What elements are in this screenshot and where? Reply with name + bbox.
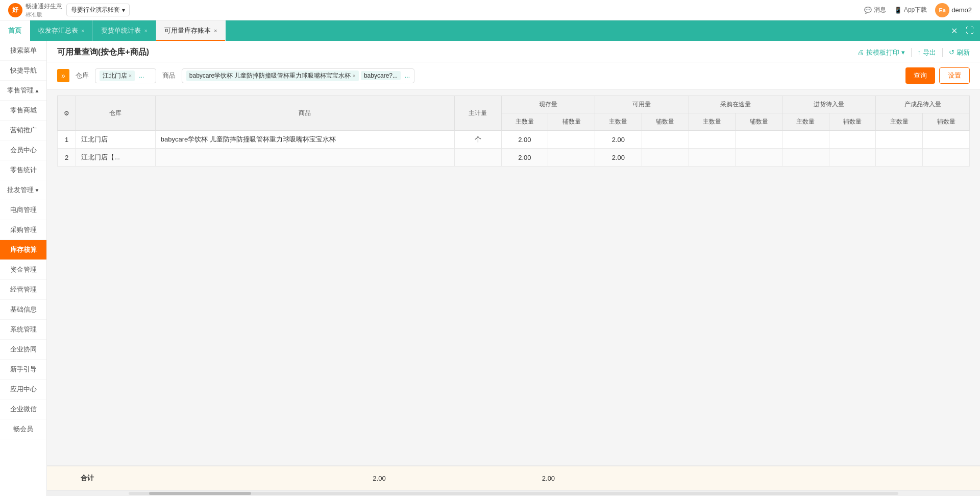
page-header: 可用量查询(按仓库+商品) 🖨 按模板打印 ▾ ↑ 导出 ↺ 刷新 xyxy=(47,41,980,62)
product-tag-1-close[interactable]: × xyxy=(353,73,356,79)
message-button[interactable]: 💬 消息 xyxy=(864,6,886,14)
th-purchase-transit-main: 主数量 xyxy=(689,113,736,131)
sidebar-item-enterprise[interactable]: 企业协同 xyxy=(0,340,46,360)
sidebar-member-vip-label: 畅会员 xyxy=(13,425,33,433)
sidebar-item-wholesale-mgmt[interactable]: 批发管理 ▼ xyxy=(0,180,46,200)
th-purchase-pending-aux: 辅数量 xyxy=(829,113,876,131)
filter-expand-button[interactable]: » xyxy=(57,69,69,82)
tab-available-inventory-label: 可用量库存账本 xyxy=(164,26,211,35)
export-button[interactable]: ↑ 导出 xyxy=(918,48,943,57)
sidebar-marketing-label: 营销推广 xyxy=(10,126,37,134)
nav-fullscreen-btn[interactable]: ⛶ xyxy=(964,24,976,37)
content-area: 可用量查询(按仓库+商品) 🖨 按模板打印 ▾ ↑ 导出 ↺ 刷新 » xyxy=(47,41,980,496)
sidebar-item-operations[interactable]: 经营管理 xyxy=(0,280,46,300)
app-download-button[interactable]: 📱 App下载 xyxy=(894,6,927,14)
cell-product-1: babycare学饮杯 儿童防摔防撞吸管杯重力球吸嘴杯宝宝水杯 xyxy=(155,131,454,149)
scroll-thumb[interactable] xyxy=(149,492,251,495)
sidebar-item-marketing[interactable]: 营销推广 xyxy=(0,121,46,140)
sidebar-item-search[interactable]: 搜索菜单 xyxy=(0,41,46,61)
print-label: 按模板打印 xyxy=(866,48,899,57)
cell-purchase-pending-aux-1 xyxy=(829,131,876,149)
sidebar-search-label: 搜索菜单 xyxy=(10,46,37,54)
cell-product-pending-main-1 xyxy=(876,131,923,149)
sidebar-purchase-label: 采购管理 xyxy=(10,226,37,233)
tab-receive-close[interactable]: × xyxy=(81,28,84,34)
logo-texts: 畅捷通好生意 标准版 xyxy=(26,2,62,18)
main-layout: 搜索菜单 快捷导航 零售管理 ▲ 零售商城 营销推广 会员中心 零售统计 批发管… xyxy=(0,41,980,496)
avatar: Ea xyxy=(935,3,949,17)
tab-purchase-stats[interactable]: 要货单统计表 × xyxy=(93,20,156,41)
logo-sub: 标准版 xyxy=(26,11,62,18)
export-label: 导出 xyxy=(923,48,936,57)
cell-unit-2 xyxy=(454,149,501,167)
cell-purchase-pending-aux-2 xyxy=(829,149,876,167)
sidebar-item-quick-nav[interactable]: 快捷导航 xyxy=(0,61,46,81)
query-button[interactable]: 查询 xyxy=(905,67,935,84)
th-product: 商品 xyxy=(155,96,454,131)
product-tag-2: babycare?... xyxy=(361,71,401,80)
tab-receive[interactable]: 收发存汇总表 × xyxy=(30,20,93,41)
user-area[interactable]: Ea demo2 xyxy=(935,3,972,17)
sidebar-item-member[interactable]: 会员中心 xyxy=(0,140,46,160)
sidebar-item-system[interactable]: 系统管理 xyxy=(0,320,46,340)
sidebar-item-retail-shop[interactable]: 零售商城 xyxy=(0,101,46,121)
gear-icon[interactable]: ⚙ xyxy=(64,110,69,117)
cell-purchase-transit-aux-1 xyxy=(736,131,782,149)
th-current-stock: 现存量 xyxy=(501,96,595,113)
tab-purchase-stats-close[interactable]: × xyxy=(144,28,147,34)
sidebar-member-label: 会员中心 xyxy=(10,146,37,154)
sidebar-system-label: 系统管理 xyxy=(10,325,37,333)
dropdown-icon: ▾ xyxy=(122,7,125,14)
tab-purchase-stats-label: 要货单统计表 xyxy=(101,26,141,35)
th-stock-aux: 辅数量 xyxy=(548,113,595,131)
sidebar-item-finance[interactable]: 资金管理 xyxy=(0,260,46,280)
sidebar-item-retail-stats[interactable]: 零售统计 xyxy=(0,160,46,180)
industry-selector[interactable]: 母婴行业演示账套 ▾ xyxy=(66,4,130,16)
sidebar-item-retail-mgmt[interactable]: 零售管理 ▲ xyxy=(0,81,46,101)
table-row: 1 江北门店 babycare学饮杯 儿童防摔防撞吸管杯重力球吸嘴杯宝宝水杯 个… xyxy=(58,131,970,149)
setting-button[interactable]: 设置 xyxy=(939,67,970,84)
sidebar-retail-stats-label: 零售统计 xyxy=(10,166,37,174)
sidebar-item-app-center[interactable]: 应用中心 xyxy=(0,380,46,399)
sidebar-item-guide[interactable]: 新手引导 xyxy=(0,360,46,380)
sidebar-item-basic-info[interactable]: 基础信息 xyxy=(0,300,46,320)
sidebar-enterprise-wechat-label: 企业微信 xyxy=(10,405,37,413)
tab-available-inventory[interactable]: 可用量库存账本 × xyxy=(156,20,226,41)
chevron-down-icon: ▼ xyxy=(35,187,40,193)
filter-actions: 查询 设置 xyxy=(905,67,970,84)
top-bar-left: 好 畅捷通好生意 标准版 母婴行业演示账套 ▾ xyxy=(8,2,130,18)
warehouse-filter[interactable]: 江北门店 × ... xyxy=(95,68,156,83)
sidebar-item-purchase[interactable]: 采购管理 xyxy=(0,220,46,240)
logo-area: 好 畅捷通好生意 标准版 xyxy=(8,2,62,18)
th-available: 可用量 xyxy=(595,96,689,113)
tab-home[interactable]: 首页 xyxy=(0,20,30,41)
logo-text: 畅捷通好生意 xyxy=(26,2,62,11)
message-icon: 💬 xyxy=(864,7,872,14)
sidebar-item-inventory[interactable]: 库存核算 xyxy=(0,240,46,260)
cell-no-1: 1 xyxy=(58,131,76,149)
chevron-up-icon: ▲ xyxy=(35,88,40,93)
refresh-button[interactable]: ↺ 刷新 xyxy=(949,48,970,57)
cell-stock-aux-1 xyxy=(548,131,595,149)
sidebar-finance-label: 资金管理 xyxy=(10,266,37,273)
logo-icon: 好 xyxy=(8,3,22,17)
cell-product-2 xyxy=(155,149,454,167)
warehouse-tag-close[interactable]: × xyxy=(129,73,132,79)
th-warehouse: 仓库 xyxy=(76,96,156,131)
sidebar-app-center-label: 应用中心 xyxy=(10,385,37,393)
sidebar-item-enterprise-wechat[interactable]: 企业微信 xyxy=(0,399,46,419)
cell-warehouse-2: 江北门店【... xyxy=(76,149,156,167)
sidebar-item-ecommerce[interactable]: 电商管理 xyxy=(0,200,46,220)
product-more-btn[interactable]: ... xyxy=(405,72,410,79)
nav-tabs-end: ✕ ⛶ xyxy=(949,20,980,41)
print-button[interactable]: 🖨 按模板打印 ▾ xyxy=(857,48,912,57)
sidebar-item-member-vip[interactable]: 畅会员 xyxy=(0,419,46,439)
cell-avail-aux-2 xyxy=(642,149,689,167)
warehouse-more-btn[interactable]: ... xyxy=(139,72,144,79)
nav-close-btn[interactable]: ✕ xyxy=(949,24,960,38)
horizontal-scrollbar[interactable] xyxy=(129,492,898,495)
tab-available-inventory-close[interactable]: × xyxy=(214,28,217,34)
cell-warehouse-1: 江北门店 xyxy=(76,131,156,149)
sidebar-inventory-label: 库存核算 xyxy=(10,246,37,253)
product-filter[interactable]: babycare学饮杯 儿童防摔防撞吸管杯重力球吸嘴杯宝宝水杯 × babyca… xyxy=(182,68,414,83)
